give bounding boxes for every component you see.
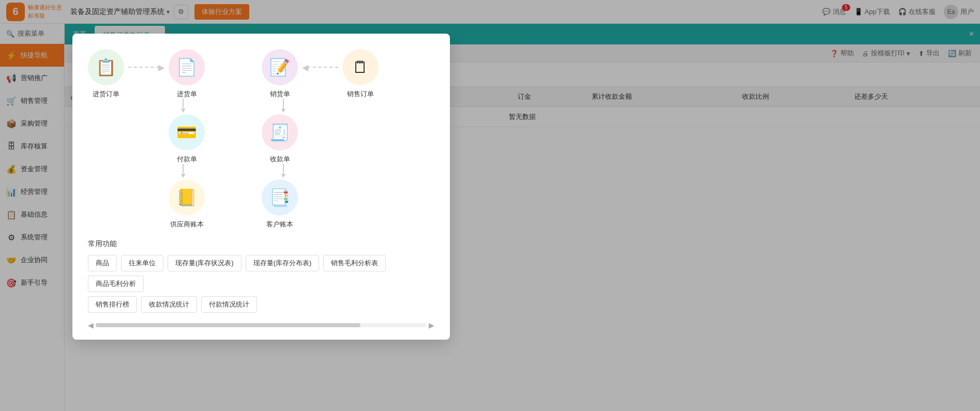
payment-order-icon: 💳	[169, 114, 205, 150]
purchase-order-node[interactable]: 📋 进货订单	[88, 49, 124, 99]
receipt-order-icon: 🧾	[262, 114, 298, 150]
purchase-order-icon: 📋	[88, 49, 124, 85]
purchase-bill-node[interactable]: 📄 进货单	[169, 49, 205, 99]
receipt-order-label: 收款单	[270, 155, 290, 164]
purchase-order-label: 进货订单	[93, 89, 119, 99]
purchase-bill-label: 进货单	[177, 89, 197, 99]
cf-btn-inventory-status[interactable]: 现存量(库存状况表)	[168, 255, 242, 271]
cf-btn-goods[interactable]: 商品	[88, 255, 117, 271]
scroll-right-arrow[interactable]: ▶	[429, 321, 434, 329]
common-functions-buttons: 商品 往来单位 现存量(库存状况表) 现存量(库存分布表) 销售毛利分析表 商品…	[88, 255, 434, 292]
payment-order-node[interactable]: 💳 付款单	[169, 114, 205, 164]
customer-ledger-label: 客户账本	[266, 220, 293, 229]
sales-bill-icon: 📝	[262, 49, 298, 85]
scroll-thumb[interactable]	[96, 323, 360, 327]
cf-btn-sales-rank[interactable]: 销售排行榜	[88, 296, 137, 313]
cf-btn-goods-profit[interactable]: 商品毛利分析	[88, 276, 144, 292]
cf-btn-inventory-dist[interactable]: 现存量(库存分布表)	[246, 255, 320, 271]
payment-order-label: 付款单	[177, 155, 197, 164]
sales-bill-node[interactable]: 📝 销货单	[262, 49, 298, 99]
cf-btn-sales-profit[interactable]: 销售毛利分析表	[323, 255, 386, 271]
common-functions-buttons-row2: 销售排行榜 收款情况统计 付款情况统计	[88, 296, 434, 313]
scroll-left-arrow[interactable]: ◀	[88, 321, 94, 329]
sales-order-node[interactable]: 🗒 销售订单	[342, 49, 379, 99]
modal-scrollbar[interactable]: ◀ ▶	[88, 321, 434, 329]
common-functions-title: 常用功能	[88, 239, 434, 249]
purchase-bill-icon: 📄	[169, 49, 205, 85]
customer-ledger-icon: 📑	[262, 179, 298, 216]
customer-ledger-node[interactable]: 📑 客户账本	[262, 179, 298, 229]
sales-order-label: 销售订单	[347, 89, 374, 99]
common-functions: 常用功能 商品 往来单位 现存量(库存状况表) 现存量(库存分布表) 销售毛利分…	[88, 239, 434, 313]
supplier-ledger-icon: 📒	[169, 179, 205, 216]
sales-bill-label: 销货单	[270, 89, 290, 99]
receipt-order-node[interactable]: 🧾 收款单	[262, 114, 298, 164]
cf-btn-payment-stats[interactable]: 付款情况统计	[201, 296, 257, 313]
supplier-ledger-label: 供应商账本	[170, 220, 204, 229]
cf-btn-contacts[interactable]: 往来单位	[121, 255, 163, 271]
flow-modal: 📋 进货订单 ▶ 📄 进货单	[72, 34, 450, 340]
sales-order-icon: 🗒	[342, 49, 379, 85]
scroll-track[interactable]	[96, 323, 427, 327]
supplier-ledger-node[interactable]: 📒 供应商账本	[169, 179, 205, 229]
cf-btn-receipt-stats[interactable]: 收款情况统计	[141, 296, 197, 313]
